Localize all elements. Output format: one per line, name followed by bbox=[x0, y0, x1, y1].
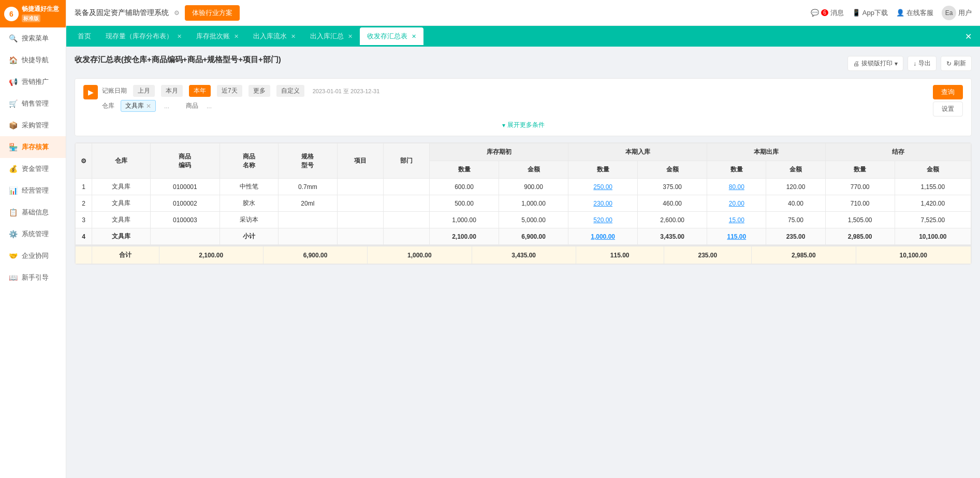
cell-out-qty[interactable]: 115.00 bbox=[707, 228, 766, 245]
tab-close-io-summary[interactable]: ✕ bbox=[348, 33, 353, 40]
sidebar-item-ops[interactable]: 📊 经营管理 bbox=[0, 180, 66, 201]
logo: 6 畅捷通好生意 标准版 bbox=[0, 0, 66, 27]
warehouse-more-btn[interactable]: ... bbox=[162, 103, 171, 110]
cell-goods-name: 中性笔 bbox=[220, 179, 278, 195]
cell-in-qty[interactable]: 250.00 bbox=[568, 179, 638, 195]
footer-in-amt: 3,435.00 bbox=[472, 247, 576, 264]
system-title: 装备及固定资产辅助管理系统 bbox=[75, 8, 169, 18]
date-this-year-btn[interactable]: 本年 bbox=[189, 85, 211, 97]
expand-icon: ▾ bbox=[502, 122, 505, 129]
cell-in-qty[interactable]: 1,000.00 bbox=[568, 228, 638, 245]
sidebar-item-purchase[interactable]: 📦 采购管理 bbox=[0, 114, 66, 136]
cell-goods-name: 采访本 bbox=[220, 212, 278, 228]
sidebar-item-inventory[interactable]: 🏪 库存核算 bbox=[0, 136, 66, 158]
table-row: 1文具库0100001中性笔0.7mm600.00900.00250.00375… bbox=[76, 179, 971, 195]
cell-in-qty[interactable]: 520.00 bbox=[568, 212, 638, 228]
marketing-icon: 📢 bbox=[8, 78, 18, 86]
date-7days-btn[interactable]: 近7天 bbox=[217, 85, 242, 97]
sidebar-item-newbie[interactable]: 📖 新手引导 bbox=[0, 267, 66, 288]
cell-out-qty[interactable]: 80.00 bbox=[707, 179, 766, 195]
cell-opening-qty: 500.00 bbox=[430, 195, 499, 212]
refresh-icon: ↻ bbox=[946, 60, 952, 67]
cell-in-qty[interactable]: 230.00 bbox=[568, 195, 638, 212]
tab-recv-send-summary[interactable]: 收发存汇总表 ✕ bbox=[360, 27, 423, 45]
col-in-header: 本期入库 bbox=[568, 143, 707, 161]
logo-icon: 6 bbox=[4, 7, 19, 21]
sidebar-item-quick-nav[interactable]: 🏠 快捷导航 bbox=[0, 49, 66, 71]
sidebar-item-sales[interactable]: 🛒 销售管理 bbox=[0, 93, 66, 114]
notifications-label: 消息 bbox=[830, 8, 844, 18]
tab-io-flow[interactable]: 出入库流水 ✕ bbox=[246, 27, 303, 45]
avatar: Ea bbox=[942, 6, 956, 20]
col-closing-qty: 数量 bbox=[825, 161, 895, 179]
sidebar-item-search[interactable]: 🔍 搜索菜单 bbox=[0, 27, 66, 49]
goods-label: 商品 bbox=[186, 102, 198, 110]
cell-department bbox=[383, 228, 429, 245]
query-btn[interactable]: 查询 bbox=[933, 85, 963, 99]
print-btn[interactable]: 🖨 拔锁版打印 ▾ bbox=[847, 56, 903, 71]
search-icon: 🔍 bbox=[8, 34, 18, 42]
date-this-month-btn[interactable]: 本月 bbox=[161, 85, 183, 97]
tab-close-io-flow[interactable]: ✕ bbox=[291, 33, 296, 40]
cell-project bbox=[337, 228, 383, 245]
cell-closing-amt: 1,155.00 bbox=[895, 179, 971, 195]
date-prev-month-btn[interactable]: 上月 bbox=[133, 85, 155, 97]
date-custom-btn[interactable]: 自定义 bbox=[276, 85, 304, 97]
expand-more-btn[interactable]: ▾ 展开更多条件 bbox=[502, 121, 545, 129]
online-service-btn[interactable]: 👤 在线客服 bbox=[896, 8, 933, 18]
col-settings[interactable]: ⚙ bbox=[76, 143, 92, 179]
settings-icon[interactable]: ⚙ bbox=[174, 9, 180, 17]
print-icon: 🖨 bbox=[853, 60, 859, 67]
date-label: 记账日期 bbox=[102, 86, 127, 95]
data-table: ⚙ 仓库 商品编码 商品名称 规格型号 项目 部门 库存期初 本期入库 本期出库… bbox=[75, 143, 971, 245]
tab-batch-ledger[interactable]: 库存批次账 ✕ bbox=[189, 27, 246, 45]
tab-home[interactable]: 首页 bbox=[70, 27, 98, 45]
sidebar-item-label: 基础信息 bbox=[22, 208, 49, 217]
cell-opening-amt: 5,000.00 bbox=[499, 212, 568, 228]
sidebar-item-corp[interactable]: 🤝 企业协同 bbox=[0, 245, 66, 267]
data-table-container: ⚙ 仓库 商品编码 商品名称 规格型号 项目 部门 库存期初 本期入库 本期出库… bbox=[75, 142, 972, 265]
sidebar-item-label: 搜索菜单 bbox=[22, 34, 49, 43]
user-menu-btn[interactable]: Ea 用户 bbox=[942, 6, 972, 20]
export-btn[interactable]: ↓ 导出 bbox=[908, 56, 937, 71]
settings-btn[interactable]: 设置 bbox=[933, 102, 963, 117]
refresh-btn[interactable]: ↻ 刷新 bbox=[941, 56, 972, 71]
sidebar-item-base-info[interactable]: 📋 基础信息 bbox=[0, 201, 66, 223]
sidebar-item-marketing[interactable]: 📢 营销推广 bbox=[0, 71, 66, 93]
cell-out-qty[interactable]: 20.00 bbox=[707, 195, 766, 212]
col-out-header: 本期出库 bbox=[707, 143, 825, 161]
tab-close-stock-dist[interactable]: ✕ bbox=[177, 33, 182, 40]
cell-in-amt: 375.00 bbox=[638, 179, 707, 195]
tab-bar-close-btn[interactable]: ✕ bbox=[961, 32, 976, 41]
tab-close-batch-ledger[interactable]: ✕ bbox=[234, 33, 239, 40]
cell-goods-code: 0100001 bbox=[150, 179, 220, 195]
tab-close-recv-send[interactable]: ✕ bbox=[412, 33, 416, 40]
sidebar-item-label: 系统管理 bbox=[22, 229, 49, 239]
sidebar-item-finance[interactable]: 💰 资金管理 bbox=[0, 158, 66, 180]
home-icon: 🏠 bbox=[8, 56, 18, 64]
corp-icon: 🤝 bbox=[8, 252, 18, 260]
footer-closing-amt: 10,100.00 bbox=[856, 247, 971, 264]
main-wrapper: 装备及固定资产辅助管理系统 ⚙ 体验行业方案 💬 6 消息 📱 App下载 👤 … bbox=[66, 0, 980, 478]
footer-label: 合计 bbox=[92, 247, 159, 264]
date-more-btn[interactable]: 更多 bbox=[248, 85, 270, 97]
notifications-btn[interactable]: 💬 6 消息 bbox=[811, 8, 844, 18]
warehouse-filter-tag[interactable]: 文具库 ✕ bbox=[121, 100, 156, 112]
cell-in-amt: 2,600.00 bbox=[638, 212, 707, 228]
footer-out-qty: 115.00 bbox=[576, 247, 664, 264]
cell-goods-spec: 20ml bbox=[278, 195, 337, 212]
app-download-btn[interactable]: 📱 App下载 bbox=[852, 8, 888, 18]
tab-stock-dist[interactable]: 现存量（库存分布表） ✕ bbox=[98, 27, 189, 45]
cell-out-qty[interactable]: 15.00 bbox=[707, 212, 766, 228]
tab-io-summary[interactable]: 出入库汇总 ✕ bbox=[303, 27, 360, 45]
warehouse-tag-close[interactable]: ✕ bbox=[146, 103, 151, 110]
sidebar-item-sys[interactable]: ⚙️ 系统管理 bbox=[0, 223, 66, 245]
warehouse-label: 仓库 bbox=[102, 102, 114, 110]
filter-toggle-btn[interactable]: ▶ bbox=[83, 85, 98, 99]
cell-opening-qty: 600.00 bbox=[430, 179, 499, 195]
goods-more-btn[interactable]: ... bbox=[204, 103, 214, 110]
cell-seq: 3 bbox=[76, 212, 92, 228]
trial-btn[interactable]: 体验行业方案 bbox=[185, 5, 240, 21]
col-closing-amt: 金额 bbox=[895, 161, 971, 179]
cell-closing-amt: 1,420.00 bbox=[895, 195, 971, 212]
